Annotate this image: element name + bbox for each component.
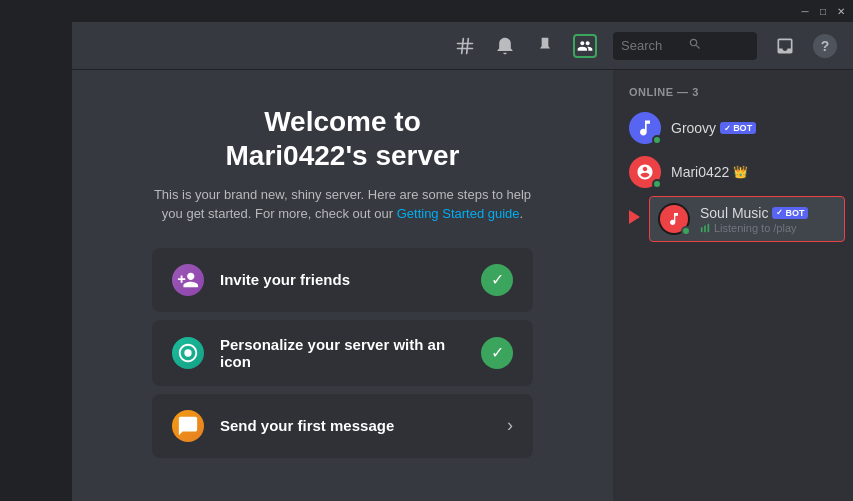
soul-bot-badge: ✓ BOT	[772, 207, 808, 219]
crown-icon: 👑	[733, 165, 748, 179]
member-soul-music[interactable]: Soul Music ✓ BOT Listening to /	[649, 196, 845, 242]
hashtag-icon[interactable]	[453, 34, 477, 58]
getting-started-link[interactable]: Getting Started guide	[397, 206, 520, 221]
mari-name: Mari0422	[671, 164, 729, 180]
listening-icon	[700, 223, 710, 233]
main-area: Search ? Welcome to	[72, 22, 853, 501]
app-body: Search ? Welcome to	[0, 22, 853, 501]
welcome-title: Welcome to Mari0422's server	[226, 105, 460, 172]
svg-rect-1	[701, 227, 703, 232]
groovy-name: Groovy	[671, 120, 716, 136]
svg-rect-3	[708, 223, 710, 231]
member-section-header: ONLINE — 3	[621, 86, 845, 106]
groovy-status-dot	[652, 135, 662, 145]
task-message-label: Send your first message	[220, 417, 491, 434]
task-invite[interactable]: Invite your friends ✓	[152, 248, 533, 312]
search-icon	[688, 37, 749, 54]
task-invite-check: ✓	[481, 264, 513, 296]
member-mari0422[interactable]: Mari0422 👑	[621, 150, 845, 194]
search-placeholder: Search	[621, 38, 682, 53]
svg-rect-2	[704, 225, 706, 232]
mari-status-dot	[652, 179, 662, 189]
task-personalize[interactable]: Personalize your server with an icon ✓	[152, 320, 533, 386]
minimize-button[interactable]: ─	[799, 5, 811, 17]
search-box[interactable]: Search	[613, 32, 757, 60]
task-message-arrow: ›	[507, 415, 513, 436]
close-button[interactable]: ✕	[835, 5, 847, 17]
welcome-content: Welcome to Mari0422's server This is you…	[72, 70, 613, 501]
welcome-subtitle: This is your brand new, shiny server. He…	[152, 185, 533, 224]
soul-info: Soul Music ✓ BOT Listening to /	[700, 205, 836, 234]
mari-info: Mari0422 👑	[671, 164, 837, 180]
member-groovy[interactable]: Groovy ✓ BOT	[621, 106, 845, 150]
pin-icon[interactable]	[533, 34, 557, 58]
groovy-name-row: Groovy ✓ BOT	[671, 120, 837, 136]
soul-name: Soul Music	[700, 205, 768, 221]
member-list: ONLINE — 3 Groovy ✓	[613, 70, 853, 501]
content-wrapper: Welcome to Mari0422's server This is you…	[72, 70, 853, 501]
toolbar: Search ?	[72, 22, 853, 70]
soul-status-dot	[681, 226, 691, 236]
svg-point-0	[184, 349, 191, 356]
task-invite-label: Invite your friends	[220, 271, 465, 288]
task-personalize-icon	[172, 337, 204, 369]
titlebar: ─ □ ✕	[0, 0, 853, 22]
soul-activity: Listening to /play	[714, 222, 797, 234]
soul-activity-row: Listening to /play	[700, 222, 836, 234]
avatar-groovy	[629, 112, 661, 144]
task-personalize-check: ✓	[481, 337, 513, 369]
maximize-button[interactable]: □	[817, 5, 829, 17]
mari-name-row: Mari0422 👑	[671, 164, 837, 180]
help-icon[interactable]: ?	[813, 34, 837, 58]
members-icon[interactable]	[573, 34, 597, 58]
task-invite-icon	[172, 264, 204, 296]
avatar-mari0422	[629, 156, 661, 188]
groovy-info: Groovy ✓ BOT	[671, 120, 837, 136]
red-arrow-indicator	[621, 205, 645, 233]
server-sidebar	[0, 22, 72, 501]
bell-icon[interactable]	[493, 34, 517, 58]
groovy-bot-badge: ✓ BOT	[720, 122, 756, 134]
task-message[interactable]: Send your first message ›	[152, 394, 533, 458]
soul-name-row: Soul Music ✓ BOT	[700, 205, 836, 221]
avatar-soul-music	[658, 203, 690, 235]
task-message-icon	[172, 410, 204, 442]
inbox-icon[interactable]	[773, 34, 797, 58]
task-personalize-label: Personalize your server with an icon	[220, 336, 465, 370]
